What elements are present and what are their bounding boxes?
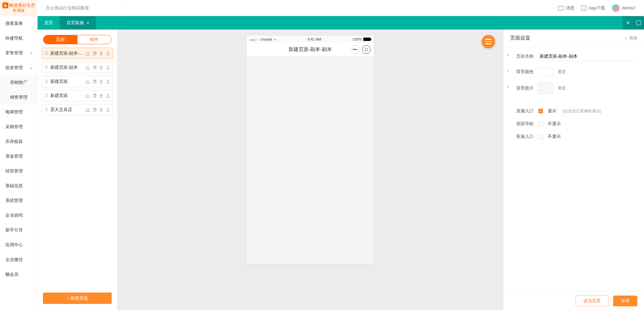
delete-icon[interactable] xyxy=(99,65,103,70)
share-icon[interactable] xyxy=(105,79,110,84)
sidebar-item[interactable]: 采购管理 xyxy=(0,119,37,134)
field-label-bgcolor: 背景颜色 xyxy=(510,69,534,75)
battery-label: 100% xyxy=(353,37,362,41)
user-menu[interactable]: demo2 xyxy=(612,4,635,12)
sidebar-item[interactable]: 系统管理 xyxy=(0,193,37,208)
sidebar-item[interactable]: 库存核算 xyxy=(0,134,37,149)
page-row[interactable]: ☰新建页面-副本-... xyxy=(42,48,113,59)
copy-icon[interactable] xyxy=(92,51,97,56)
drag-icon[interactable]: ☰ xyxy=(45,107,48,112)
service-checkbox[interactable] xyxy=(538,134,543,139)
sidebar-item[interactable]: 批发管理▴ xyxy=(0,60,37,75)
share-icon[interactable] xyxy=(105,107,110,112)
sidebar-item[interactable]: 畅会员 xyxy=(0,267,37,282)
save-button[interactable]: 保存 xyxy=(613,296,637,306)
bgimage-reset[interactable]: 重置 xyxy=(558,86,566,91)
drag-icon[interactable]: ☰ xyxy=(45,79,48,84)
home-icon[interactable] xyxy=(85,65,90,70)
account-selector[interactable]: 办公用品行业模拟账套 ﹀ xyxy=(46,5,126,11)
svg-rect-3 xyxy=(93,95,96,97)
share-icon[interactable] xyxy=(105,51,110,56)
svg-rect-1 xyxy=(93,66,96,69)
settings-panel: 页面设置 视频 页面名称 背景颜色 重置 xyxy=(503,30,644,310)
more-icon[interactable]: ••• xyxy=(351,45,359,54)
top-header: b 畅捷通好生意 标准版 办公用品行业模拟账套 ﹀ 消息 ▯ App下载 dem… xyxy=(0,0,644,16)
page-row[interactable]: ☰新建页面 xyxy=(42,76,113,87)
sidebar-item[interactable]: 零售管理▾ xyxy=(0,46,37,60)
signal-icon xyxy=(250,37,259,41)
segment-component[interactable]: 组件 xyxy=(77,35,112,44)
home-icon[interactable] xyxy=(85,93,90,98)
live-text: 显示 xyxy=(548,108,556,114)
sidebar-item[interactable]: 电商管理 xyxy=(0,105,37,119)
home-icon[interactable] xyxy=(85,107,90,112)
drag-icon[interactable]: ☰ xyxy=(45,65,48,70)
field-label-bottomnav: 底部导航 xyxy=(510,121,534,127)
chevron-icon: ▴ xyxy=(30,66,32,70)
field-label-live: 直播入口 xyxy=(510,108,534,114)
messages-button[interactable]: 消息 xyxy=(558,5,575,11)
delete-icon[interactable] xyxy=(99,107,103,112)
phone-body[interactable] xyxy=(247,56,374,264)
copy-icon[interactable] xyxy=(92,65,97,70)
page-name: 新建页面 xyxy=(50,93,83,99)
user-name: demo2 xyxy=(622,5,635,10)
bottomnav-checkbox[interactable] xyxy=(538,121,543,126)
sidebar-item[interactable]: 搜索菜单 xyxy=(0,16,37,31)
sidebar-item[interactable]: 企业协同 xyxy=(0,208,37,223)
drag-icon[interactable]: ☰ xyxy=(45,93,48,98)
copy-icon[interactable] xyxy=(92,107,97,112)
home-icon[interactable] xyxy=(85,79,90,84)
target-icon[interactable] xyxy=(362,45,371,54)
tab[interactable]: 首页 xyxy=(38,16,60,30)
page-row[interactable]: ☰新建页面 xyxy=(42,90,113,101)
new-page-button[interactable]: + 新建页面 xyxy=(43,293,112,304)
sidebar-item[interactable]: 资金管理 xyxy=(0,149,37,164)
close-icon[interactable]: × xyxy=(87,20,89,25)
fullscreen-toggle[interactable] xyxy=(633,16,644,30)
account-selector-label: 办公用品行业模拟账套 xyxy=(46,5,89,11)
brand-name: 畅捷通好生意 xyxy=(9,3,35,8)
canvas-menu-fab[interactable] xyxy=(482,35,495,48)
copy-icon[interactable] xyxy=(92,79,97,84)
canvas-area[interactable]: chanjet 9:41 AM 100% 新建页面-副本-副本 ••• xyxy=(117,30,503,310)
home-icon[interactable] xyxy=(85,51,90,56)
sidebar-item[interactable]: 新手引导 xyxy=(0,223,37,238)
menu-icon xyxy=(485,39,491,40)
chat-icon xyxy=(558,6,564,10)
set-home-button[interactable]: 设为首页 xyxy=(576,296,608,306)
phone-status-bar: chanjet 9:41 AM 100% xyxy=(247,36,374,43)
sidebar-item[interactable]: 快捷导航 xyxy=(0,31,37,46)
live-checkbox[interactable] xyxy=(538,109,543,113)
tabs-close-all[interactable]: × xyxy=(623,16,633,30)
sidebar-item[interactable]: 企业微信 xyxy=(0,252,37,267)
segment-page[interactable]: 页面 xyxy=(43,35,77,44)
copy-icon[interactable] xyxy=(92,93,97,98)
page-row[interactable]: ☰新建页面-副本 xyxy=(42,62,113,73)
phone-page-title: 新建页面-副本-副本 xyxy=(288,46,332,53)
sidebar-item[interactable]: 应用中心 xyxy=(0,238,37,252)
drag-icon[interactable]: ☰ xyxy=(45,51,48,56)
tab[interactable]: 首页装修× xyxy=(60,16,96,30)
avatar-icon xyxy=(612,4,620,12)
page-name: 新建页面-副本 xyxy=(50,65,83,70)
page-name-input[interactable] xyxy=(538,52,637,61)
page-row[interactable]: ☰昊天文具店 xyxy=(42,104,113,115)
battery-icon xyxy=(363,38,371,41)
sidebar-item[interactable]: 经营管理 xyxy=(0,164,37,178)
delete-icon[interactable] xyxy=(99,79,103,84)
delete-icon[interactable] xyxy=(99,93,103,98)
share-icon[interactable] xyxy=(105,65,110,70)
segment-switch: 页面 组件 xyxy=(43,35,112,44)
sidebar-item[interactable]: 基础信息 xyxy=(0,178,37,193)
app-download-button[interactable]: ▯ App下载 xyxy=(581,5,605,11)
delete-icon[interactable] xyxy=(99,51,103,56)
sidebar-subitem[interactable]: 销售管理 xyxy=(0,90,37,105)
bgcolor-reset[interactable]: 重置 xyxy=(558,69,566,75)
bgimage-picker[interactable] xyxy=(538,83,553,94)
share-icon[interactable] xyxy=(105,93,110,98)
sidebar-subitem[interactable]: 营销推广 xyxy=(0,75,37,90)
svg-rect-4 xyxy=(93,109,96,111)
bgcolor-swatch[interactable] xyxy=(538,68,553,76)
video-help-link[interactable]: 视频 xyxy=(625,35,637,41)
